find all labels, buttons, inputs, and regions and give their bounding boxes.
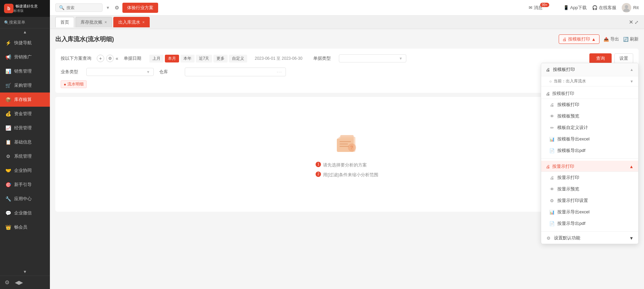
sales-icon: 📊 <box>5 68 11 75</box>
finance-icon: 💰 <box>5 110 11 117</box>
topbar: 🔍 ▼ ⚙ 体验行业方案 ✉ 消息 99+ 📱 App下载 🎧 在线客服 <box>50 0 644 16</box>
filter-setting-button[interactable]: ⚙ <box>106 55 114 62</box>
settings-button[interactable]: 设置 <box>614 53 633 63</box>
biz-type-chevron-icon: ▼ <box>146 70 150 74</box>
topbar-search-box[interactable]: 🔍 <box>55 3 103 12</box>
dropdown-current-item[interactable]: ○ 当前：出入库流水 ▼ <box>541 76 638 86</box>
sidebar-logo: b 畅捷通好生意 标准版 <box>0 0 50 17</box>
topbar-app-download[interactable]: 📱 App下载 <box>563 5 587 11</box>
date-this-year[interactable]: 本年 <box>180 55 195 62</box>
main-area: 🔍 ▼ ⚙ 体验行业方案 ✉ 消息 99+ 📱 App下载 🎧 在线客服 <box>50 0 644 289</box>
sidebar-item-purchase[interactable]: 🛒 采购管理 <box>0 78 50 93</box>
topbar-search-input[interactable] <box>66 5 100 10</box>
sidebar-item-quick-nav[interactable]: ⚡ 快捷导航 <box>0 36 50 50</box>
dropdown-template-print[interactable]: 🖨 按模板打印 <box>541 99 638 110</box>
dropdown-section-template-header[interactable]: 🖨 按模板打印 <box>541 88 638 99</box>
empty-tip-1: 1 请先选择要分析的方案 <box>316 161 378 169</box>
topbar-online-service[interactable]: 🎧 在线客服 <box>592 5 616 11</box>
window-expand-button[interactable]: ⤢ <box>635 20 639 25</box>
dropdown-template-preview[interactable]: 👁 按模板预览 <box>541 110 638 122</box>
dropdown-chevron-icon[interactable]: ▲ <box>630 68 634 72</box>
topbar-message[interactable]: ✉ 消息 99+ <box>529 5 543 11</box>
sidebar-scroll-up[interactable]: ▲ <box>0 28 50 36</box>
dropdown-display-preview[interactable]: 👁 按显示预览 <box>541 183 638 195</box>
date-last-7[interactable]: 近7天 <box>196 55 212 62</box>
sidebar-nav: ⚡ 快捷导航 📢 营销推广 📊 销售管理 🛒 采购管理 📦 库存核算 💰 资金管… <box>0 36 50 268</box>
sidebar-item-beginner[interactable]: 🎯 新手引导 <box>0 178 50 192</box>
sidebar-search[interactable]: 🔍 搜索菜单 <box>0 17 50 28</box>
dropdown-section-display: 🖨 按显示打印 ▲ 🖨 按显示打印 👁 按显示预览 ⚙ 按显示打印设置 <box>541 159 638 231</box>
sidebar-item-sales[interactable]: 📊 销售管理 <box>0 64 50 78</box>
sidebar-item-wechat[interactable]: 💬 企业微信 <box>0 206 50 220</box>
sidebar-item-operation[interactable]: 📈 经营管理 <box>0 121 50 135</box>
date-more[interactable]: 更多 <box>213 55 228 62</box>
settings-gear-icon[interactable]: ⚙ <box>5 279 9 286</box>
date-last-month[interactable]: 上月 <box>149 55 164 62</box>
template-section-icon: 🖨 <box>546 91 550 96</box>
sidebar-item-app-center[interactable]: 🔧 应用中心 <box>0 192 50 206</box>
dropdown-display-pdf[interactable]: 📄 按显示导出pdf <box>541 218 638 229</box>
filter-tag-item[interactable]: ● 流水明细 <box>61 80 87 88</box>
doc-type-label: 单据类型 <box>313 55 333 61</box>
dropdown-set-default[interactable]: ⚙ 设置默认功能 ▼ <box>541 232 638 244</box>
template-pdf-icon: 📄 <box>549 148 555 153</box>
export-button[interactable]: 📤 导出 <box>604 36 619 42</box>
sidebar-item-marketing[interactable]: 📢 营销推广 <box>0 50 50 64</box>
tab-inout-flow[interactable]: 出入库流水 × <box>113 17 150 27</box>
biz-type-select[interactable]: ▼ <box>86 68 154 76</box>
filter-collapse-left[interactable]: « <box>116 56 118 61</box>
dropdown-template-custom[interactable]: ✏ 模板自定义设计 <box>541 122 638 133</box>
dropdown-display-print[interactable]: 🖨 按显示打印 <box>541 172 638 183</box>
biz-type-label: 业务类型 <box>61 69 81 75</box>
refresh-button[interactable]: 🔄 刷新 <box>623 36 639 42</box>
topbar-search-chevron[interactable]: ▼ <box>106 5 110 10</box>
dropdown-template-excel[interactable]: 📊 按模板导出excel <box>541 133 638 145</box>
tab-home[interactable]: 首页 <box>55 17 74 27</box>
sidebar-item-inventory[interactable]: 📦 库存核算 <box>0 93 50 107</box>
page-content: 出入库流水(流水明细) 🖨 按模板打印 ▲ 📤 导出 🔄 刷新 <box>50 29 644 289</box>
sidebar-item-enterprise[interactable]: 🤝 企业协同 <box>0 163 50 178</box>
topbar-gear-icon[interactable]: ⚙ <box>115 5 119 11</box>
warehouse-label: 仓库 <box>159 69 179 75</box>
quick-nav-icon: ⚡ <box>5 40 11 46</box>
doc-type-select[interactable]: ▼ <box>339 54 406 62</box>
tab-batch-account-close[interactable]: × <box>105 20 107 25</box>
date-custom[interactable]: 自定义 <box>229 55 247 62</box>
sidebar-scroll-down[interactable]: ▼ <box>0 268 50 275</box>
print-template-button[interactable]: 🖨 按模板打印 ▲ <box>559 34 599 44</box>
date-this-month[interactable]: 本月 <box>165 55 179 62</box>
empty-tip-2: 2 用[过滤]条件来缩小分析范围 <box>316 171 378 179</box>
sidebar-item-basic-info[interactable]: 📋 基础信息 <box>0 135 50 149</box>
dropdown-template-pdf[interactable]: 📄 按模板导出pdf <box>541 145 638 156</box>
date-shortcuts: 上月 本月 本年 近7天 更多 自定义 <box>149 55 247 62</box>
dropdown-section-template: 🖨 按模板打印 🖨 按模板打印 👁 按模板预览 ✏ 模板自定义设计 <box>541 86 638 158</box>
sidebar-toggle-icon[interactable]: ◀▶ <box>15 279 23 286</box>
sidebar-item-vip[interactable]: 👑 畅会员 <box>0 220 50 234</box>
display-pdf-icon: 📄 <box>549 221 555 226</box>
sidebar-item-finance[interactable]: 💰 资金管理 <box>0 107 50 121</box>
warehouse-more-icon: ··· <box>277 70 282 74</box>
topbar-user[interactable]: Rit <box>622 3 639 12</box>
dropdown-section-display-header[interactable]: 🖨 按显示打印 ▲ <box>541 161 638 172</box>
vip-icon: 👑 <box>5 224 11 231</box>
industry-solution-button[interactable]: 体验行业方案 <box>122 3 158 13</box>
print-header-icon: 🖨 <box>546 67 550 72</box>
tab-batch-account[interactable]: 库存批次账 × <box>76 17 112 27</box>
tab-inout-flow-close[interactable]: × <box>142 20 145 25</box>
display-preview-icon: 👁 <box>549 186 555 192</box>
warehouse-select[interactable]: ··· <box>185 68 286 76</box>
dropdown-display-excel[interactable]: 📊 按显示导出excel <box>541 206 638 218</box>
message-icon: ✉ <box>529 5 532 10</box>
filter-add-button[interactable]: + <box>97 55 104 62</box>
sidebar-item-system[interactable]: ⚙ 系统管理 <box>0 149 50 163</box>
footer-chevron-icon: ▼ <box>629 236 634 241</box>
display-section-chevron: ▲ <box>629 164 634 169</box>
template-print-icon: 🖨 <box>549 102 555 107</box>
query-button[interactable]: 查询 <box>589 53 612 63</box>
template-excel-icon: 📊 <box>549 136 555 142</box>
window-close-button[interactable]: ✕ <box>629 19 633 25</box>
date-label: 单据日期 <box>124 55 144 61</box>
dropdown-display-settings[interactable]: ⚙ 按显示打印设置 <box>541 195 638 206</box>
display-settings-icon: ⚙ <box>549 198 555 203</box>
display-print-icon: 🖨 <box>549 175 555 180</box>
